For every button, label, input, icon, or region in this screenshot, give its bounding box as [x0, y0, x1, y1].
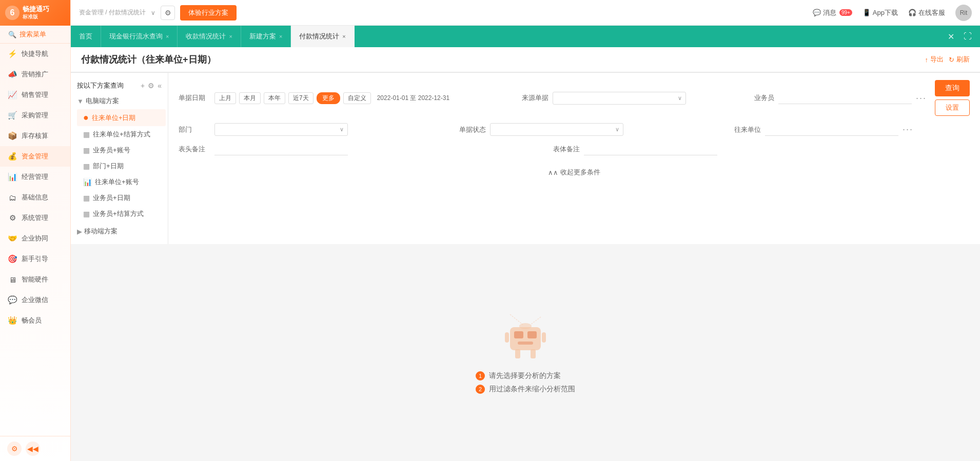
avatar-text: Rit — [960, 9, 968, 16]
svg-rect-6 — [515, 349, 520, 358]
staff-filter-dots[interactable]: ··· — [916, 93, 927, 104]
tab-payment-stats-close[interactable]: × — [342, 33, 345, 39]
sidebar-item-quick-nav[interactable]: ⚡ 快捷导航 — [0, 44, 70, 64]
tab-home[interactable]: 首页 — [71, 26, 101, 47]
partner-filter-dots[interactable]: ··· — [903, 124, 913, 135]
sidebar-item-label: 基础信息 — [22, 193, 48, 202]
topbar-dropdown-icon[interactable]: ∨ — [151, 9, 155, 16]
sidebar-item-weixin[interactable]: 💬 企业微信 — [0, 290, 70, 310]
sidebar-item-basic-info[interactable]: 🗂 基础信息 — [0, 187, 70, 208]
scheme-collapse-btn[interactable]: « — [158, 82, 162, 90]
sidebar-item-purchase[interactable]: 🛒 采购管理 — [0, 105, 70, 126]
sidebar-item-enterprise[interactable]: 🤝 企业协同 — [0, 228, 70, 249]
scheme-sidebar: 按以下方案查询 + ⚙ « ▼ 电脑端方案 ● 往来单位+日期 — [71, 73, 168, 244]
svg-point-8 — [519, 323, 532, 329]
filter-row-3: 表头备注 表体备注 — [179, 143, 970, 155]
sidebar-item-sales[interactable]: 📈 销售管理 — [0, 85, 70, 105]
scheme-category-label: 电脑端方案 — [86, 96, 119, 106]
scheme-item-staff-date[interactable]: ▦ 业务员+日期 — [77, 190, 166, 206]
scheme-settings-btn[interactable]: ⚙ — [148, 82, 154, 90]
collapse-more-btn[interactable]: ∧∧ 收起更多条件 — [548, 168, 600, 177]
sidebar-search-item[interactable]: 🔍 搜索菜单 — [0, 26, 70, 44]
scheme-item-partner-date[interactable]: ● 往来单位+日期 — [77, 109, 166, 126]
refresh-btn[interactable]: ↻ 刷新 — [949, 55, 970, 64]
sidebar-item-label: 营销推广 — [22, 70, 48, 79]
empty-state-illustration — [495, 312, 556, 363]
basic-info-icon: 🗂 — [7, 192, 17, 203]
source-filter-select[interactable] — [553, 92, 686, 105]
sidebar-item-label: 资金管理 — [22, 152, 48, 161]
scheme-item-dept-date[interactable]: ▦ 部门+日期 — [77, 158, 166, 174]
enterprise-icon: 🤝 — [7, 233, 17, 244]
header-note-input[interactable] — [214, 143, 348, 155]
step-2-num: 2 — [476, 385, 485, 394]
scheme-item-partner-settle[interactable]: ▦ 往来单位+结算方式 — [77, 127, 166, 142]
empty-step-2: 2 用过滤条件来缩小分析范围 — [476, 385, 575, 394]
svg-rect-3 — [518, 342, 533, 345]
tab-receipt-stats-close[interactable]: × — [229, 33, 232, 39]
sidebar-collapse-button[interactable]: ◀◀ — [26, 442, 40, 456]
tab-payment-stats[interactable]: 付款情况统计 × — [291, 26, 354, 47]
scheme-item-staff-account[interactable]: ▦ 业务员+账号 — [77, 143, 166, 158]
date-btn-more[interactable]: 更多 — [317, 92, 340, 104]
tab-new-scheme[interactable]: 新建方案 × — [241, 26, 291, 47]
scheme-item-icon-7: ▦ — [83, 210, 90, 218]
scheme-item-staff-settle[interactable]: ▦ 业务员+结算方式 — [77, 206, 166, 222]
staff-filter-input[interactable] — [778, 92, 912, 104]
main-content: 资金管理 / 付款情况统计 ∨ ⚙ 体验行业方案 💬 消息 99+ 📱 App下… — [71, 0, 980, 461]
trial-btn[interactable]: 体验行业方案 — [180, 5, 237, 21]
online-service-icon: 🎧 — [908, 9, 916, 16]
online-service-btn[interactable]: 🎧 在线客服 — [908, 8, 945, 17]
tab-close-all-btn[interactable]: ✕ — [945, 31, 957, 43]
svg-rect-5 — [542, 332, 546, 343]
date-btn-custom[interactable]: 自定义 — [343, 92, 371, 104]
date-btn-7days[interactable]: 近7天 — [288, 92, 313, 104]
user-avatar[interactable]: Rit — [955, 5, 972, 21]
step-1-text: 请先选择要分析的方案 — [489, 371, 561, 380]
message-label: 消息 — [823, 8, 836, 17]
sidebar-item-operations[interactable]: 📊 经营管理 — [0, 167, 70, 187]
date-btn-this-month[interactable]: 本月 — [239, 92, 261, 104]
tab-maximize-btn[interactable]: ⛶ — [961, 31, 975, 42]
tab-new-scheme-close[interactable]: × — [279, 33, 282, 39]
sidebar-item-label: 新手引导 — [22, 254, 48, 264]
date-btn-last-month[interactable]: 上月 — [214, 92, 236, 104]
dept-filter-select[interactable] — [214, 123, 348, 136]
settings-btn[interactable]: 设置 — [935, 99, 970, 116]
scheme-item-icon-6: ▦ — [83, 194, 90, 202]
sidebar-item-member[interactable]: 👑 畅会员 — [0, 310, 70, 331]
category-expand-icon: ▼ — [77, 97, 84, 105]
sidebar-item-inventory[interactable]: 📦 库存核算 — [0, 126, 70, 146]
message-btn[interactable]: 💬 消息 99+ — [813, 8, 852, 17]
svg-rect-2 — [527, 331, 537, 338]
sidebar-item-guide[interactable]: 🎯 新手引导 — [0, 249, 70, 269]
tab-bank-flow[interactable]: 现金银行流水查询 × — [101, 26, 178, 47]
tab-bank-flow-close[interactable]: × — [166, 33, 169, 39]
tab-receipt-stats[interactable]: 收款情况统计 × — [178, 26, 241, 47]
sidebar-item-marketing[interactable]: 📣 营销推广 — [0, 64, 70, 85]
sidebar-item-label: 快捷导航 — [22, 49, 48, 58]
app-download-btn[interactable]: 📱 App下载 — [863, 8, 898, 17]
staff-filter-label: 业务员 — [749, 93, 774, 103]
scheme-category-desktop[interactable]: ▼ 电脑端方案 — [71, 93, 168, 109]
scheme-item-partner-account[interactable]: 📊 往来单位+账号 — [77, 174, 166, 190]
member-icon: 👑 — [7, 315, 17, 326]
scheme-add-btn[interactable]: + — [141, 82, 145, 90]
scheme-category-mobile[interactable]: ▶ 移动端方案 — [71, 224, 168, 239]
sidebar-settings-button[interactable]: ⚙ — [7, 442, 22, 456]
voucher-status-label: 单据状态 — [450, 125, 486, 134]
date-btn-this-year[interactable]: 本年 — [264, 92, 285, 104]
sidebar-item-system[interactable]: ⚙ 系统管理 — [0, 208, 70, 228]
query-btn[interactable]: 查询 — [935, 80, 970, 96]
svg-rect-4 — [505, 332, 509, 343]
export-btn[interactable]: ↑ 导出 — [925, 55, 944, 64]
sidebar-item-smart-hw[interactable]: 🖥 智能硬件 — [0, 269, 70, 290]
topbar-gear-button[interactable]: ⚙ — [161, 6, 175, 20]
sidebar-nav: ⚡ 快捷导航 📣 营销推广 📈 销售管理 🛒 采购管理 📦 库存核算 💰 资金管… — [0, 44, 70, 436]
voucher-status-select[interactable] — [490, 123, 623, 136]
tab-new-scheme-label: 新建方案 — [249, 32, 276, 41]
tabbar-actions: ✕ ⛶ — [939, 26, 980, 47]
body-note-input[interactable] — [584, 143, 717, 155]
sidebar-item-finance[interactable]: 💰 资金管理 — [0, 146, 70, 167]
partner-filter-input[interactable] — [765, 124, 898, 136]
